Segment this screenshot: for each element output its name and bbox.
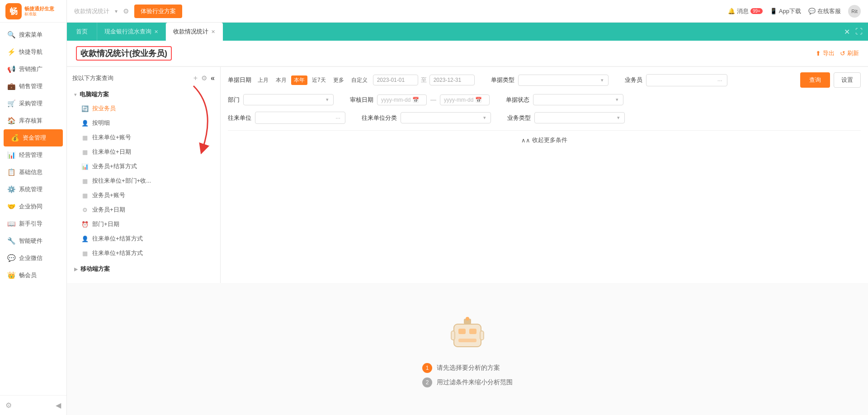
- action-btns: 查询 设置: [800, 72, 861, 88]
- nav-icon-member: 👑: [7, 271, 15, 279]
- bank-tab-label: 现金银行流水查询: [104, 28, 151, 36]
- date-btn-this_month[interactable]: 本月: [273, 75, 289, 85]
- app-download-btn[interactable]: 📱 App下载: [770, 7, 801, 15]
- doc-status-select[interactable]: ▾: [533, 94, 623, 105]
- scheme-item-icon-partner_account: ▦: [81, 134, 89, 141]
- scheme-item-icon-partner_dept_collect: ▦: [81, 177, 89, 184]
- collapse-sidebar-icon[interactable]: ◀: [56, 401, 61, 410]
- sidebar-item-operation[interactable]: 📊 经营管理: [0, 146, 66, 164]
- sidebar-item-enterprise[interactable]: 🤝 企业协同: [0, 198, 66, 215]
- scheme-item-salesperson_date[interactable]: ⚙ 业务员+日期: [67, 203, 220, 217]
- partner-category-label: 往来单位分类: [362, 114, 397, 122]
- scheme-item-dept_date[interactable]: ⏰ 部门+日期: [67, 217, 220, 231]
- collapse-btn[interactable]: ∧∧ 收起更多条件: [521, 136, 567, 144]
- refresh-btn[interactable]: ↺ 刷新: [840, 49, 859, 57]
- doc-type-label: 单据类型: [491, 76, 514, 84]
- date-btn-more[interactable]: 更多: [330, 75, 347, 85]
- empty-tips: 1 请先选择要分析的方案 2 用过滤条件来缩小分析范围: [422, 363, 513, 387]
- scheme-settings-icon[interactable]: ⚙: [201, 74, 207, 82]
- filter-row-1: 单据日期 上月本月本年近7天更多自定义 2023-01-01 至 2023-12…: [228, 72, 861, 88]
- dept-select[interactable]: ▾: [243, 94, 334, 105]
- sidebar-item-purchase[interactable]: 🛒 采购管理: [0, 95, 66, 112]
- empty-tip-1: 1 请先选择要分析的方案: [422, 363, 513, 373]
- date-field: 单据日期 上月本月本年近7天更多自定义 2023-01-01 至 2023-12…: [228, 75, 475, 85]
- expand-icon[interactable]: ⛶: [855, 28, 863, 36]
- close-all-icon[interactable]: ✕: [844, 28, 850, 36]
- tip-num-1: 1: [422, 363, 432, 373]
- settings-icon[interactable]: ⚙: [123, 7, 129, 15]
- audit-date-start[interactable]: yyyy-mm-dd 📅: [377, 94, 427, 105]
- receipt-tab-close[interactable]: ✕: [211, 29, 215, 35]
- query-btn[interactable]: 查询: [800, 72, 830, 88]
- scheme-item-partner_account[interactable]: ▦ 往来单位+账号: [67, 130, 220, 145]
- nav-label-search: 搜索菜单: [19, 31, 42, 39]
- scheme-group-mobile-header[interactable]: ▶ 移动端方案: [67, 262, 220, 276]
- nav-label-operation: 经营管理: [19, 151, 42, 159]
- scheme-collapse-icon[interactable]: «: [211, 74, 215, 82]
- partner-category-arrow: ▾: [483, 115, 486, 121]
- date-btn-this_year[interactable]: 本年: [291, 75, 307, 85]
- partner-category-select[interactable]: ▾: [401, 112, 491, 123]
- sidebar-item-guide[interactable]: 📖 新手引导: [0, 215, 66, 232]
- sidebar-item-search[interactable]: 🔍 搜索菜单: [0, 26, 66, 43]
- bell-icon: 🔔: [728, 8, 735, 14]
- scheme-item-label-salesperson_settle: 业务员+结算方式: [92, 162, 137, 170]
- sidebar-item-shortcut[interactable]: ⚡ 快捷导航: [0, 43, 66, 61]
- tab-home[interactable]: 首页: [67, 23, 97, 41]
- tab-bank[interactable]: 现金银行流水查询 ✕: [97, 23, 166, 41]
- scheme-item-salesperson_settle[interactable]: 📊 业务员+结算方式: [67, 159, 220, 174]
- tabbar-right: ✕ ⛶: [839, 23, 868, 41]
- empty-tip-2: 2 用过滤条件来缩小分析范围: [422, 377, 513, 387]
- nav-label-system: 系统管理: [19, 185, 42, 193]
- scheme-item-label-by_detail: 按明细: [92, 119, 110, 127]
- sidebar-item-capital[interactable]: 💰 资金管理: [4, 129, 63, 146]
- customer-service-btn[interactable]: 💬 在线客服: [808, 7, 841, 15]
- doc-type-select[interactable]: ▾: [518, 75, 609, 86]
- sidebar-item-marketing[interactable]: 📢 营销推广: [0, 61, 66, 78]
- nav-icon-inventory: 🏠: [7, 117, 15, 125]
- topbar-dropdown-icon[interactable]: ▾: [115, 8, 118, 14]
- sidebar-item-wechat[interactable]: 💬 企业微信: [0, 250, 66, 267]
- scheme-item-partner_settle2[interactable]: ▦ 往来单位+结算方式: [67, 246, 220, 260]
- date-btn-last7[interactable]: 近7天: [309, 75, 329, 85]
- nav-icon-purchase: 🛒: [7, 99, 15, 108]
- sidebar-item-basic[interactable]: 📋 基础信息: [0, 164, 66, 181]
- notification-btn[interactable]: 🔔 消息 99+: [728, 7, 763, 15]
- nav-icon-marketing: 📢: [7, 65, 15, 73]
- sidebar-item-system[interactable]: ⚙️ 系统管理: [0, 181, 66, 198]
- tab-receipt[interactable]: 收款情况统计 ✕: [166, 23, 223, 41]
- sidebar-item-hardware[interactable]: 🔧 智能硬件: [0, 232, 66, 250]
- try-industry-btn[interactable]: 体验行业方案: [134, 5, 182, 18]
- scheme-item-by_detail[interactable]: 👤 按明细: [67, 116, 220, 130]
- biz-type-select[interactable]: ▾: [534, 112, 625, 123]
- export-btn[interactable]: ⬆ 导出: [816, 49, 835, 57]
- partner-label: 往来单位: [228, 114, 251, 122]
- settings-btn[interactable]: 设置: [834, 72, 861, 88]
- svg-rect-2: [458, 329, 466, 334]
- date-btn-custom[interactable]: 自定义: [349, 75, 370, 85]
- scheme-item-partner_date[interactable]: ▦ 往来单位+日期: [67, 145, 220, 159]
- settings-footer-icon[interactable]: ⚙: [5, 401, 12, 410]
- user-avatar[interactable]: Rit: [848, 5, 861, 18]
- page-title: 收款情况统计(按业务员): [76, 46, 172, 61]
- add-scheme-icon[interactable]: +: [193, 74, 198, 82]
- nav-icon-hardware: 🔧: [7, 237, 15, 245]
- sidebar-item-member[interactable]: 👑 畅会员: [0, 267, 66, 284]
- scheme-item-salesperson_account[interactable]: ▦ 业务员+账号: [67, 188, 220, 203]
- salesperson-select[interactable]: ···: [646, 74, 727, 86]
- topbar-breadcrumb: 收款情况统计: [74, 7, 109, 15]
- date-end-input[interactable]: 2023-12-31: [429, 75, 475, 85]
- scheme-group-desktop-header[interactable]: ▾电脑端方案: [67, 88, 220, 101]
- scheme-item-partner_settle1[interactable]: 👤 往来单位+结算方式: [67, 231, 220, 246]
- scheme-item-partner_dept_collect[interactable]: ▦ 按往来单位+部门+收...: [67, 174, 220, 188]
- date-btn-last_month[interactable]: 上月: [255, 75, 271, 85]
- scheme-item-by_salesperson[interactable]: 🔄 按业务员: [67, 101, 220, 116]
- sidebar-item-inventory[interactable]: 🏠 库存核算: [0, 112, 66, 129]
- partner-select[interactable]: ···: [255, 112, 345, 124]
- scheme-item-label-partner_account: 往来单位+账号: [92, 133, 131, 141]
- sidebar-item-sales[interactable]: 💼 销售管理: [0, 78, 66, 95]
- date-start-input[interactable]: 2023-01-01: [373, 75, 418, 85]
- audit-date-end[interactable]: yyyy-mm-dd 📅: [440, 94, 490, 105]
- bank-tab-close[interactable]: ✕: [154, 29, 158, 35]
- biz-type-field: 业务类型 ▾: [507, 112, 625, 123]
